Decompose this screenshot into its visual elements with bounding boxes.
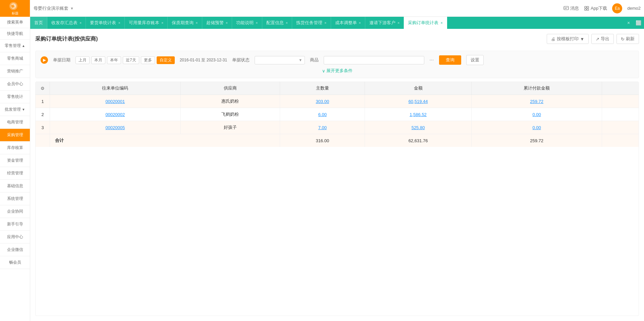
- paid-link[interactable]: 0.00: [532, 112, 541, 117]
- tab-home[interactable]: 首页: [30, 17, 47, 29]
- tab-close-icon[interactable]: ×: [161, 21, 163, 25]
- username-label[interactable]: demo2: [627, 6, 641, 11]
- tabbar: 首页 收发存汇总表 × 要货单统计表 × 可用量库存账本 × 保质期查询 × 超…: [30, 17, 644, 29]
- tab-close-icon[interactable]: ×: [286, 21, 288, 25]
- settings-button[interactable]: 设置: [466, 55, 484, 65]
- quantity-link[interactable]: 7.00: [318, 125, 327, 130]
- tab-close-icon[interactable]: ×: [397, 21, 399, 25]
- gear-icon[interactable]: ⚙: [41, 86, 45, 91]
- tab-invite-downstream[interactable]: 邀请下游客户 ×: [365, 17, 404, 29]
- sidebar-item-purchase[interactable]: 采购管理: [0, 129, 30, 142]
- goods-input[interactable]: [324, 56, 424, 64]
- refresh-button[interactable]: ↻ 刷新: [616, 34, 639, 44]
- sidebar-item-app-center[interactable]: 应用中心: [0, 231, 30, 244]
- tab-close-icon[interactable]: ×: [324, 21, 326, 25]
- sidebar-item-member[interactable]: 会员中心: [0, 78, 30, 91]
- content: 采购订单统计表(按供应商) 🖨 按模板打印 ▼ ↗ 导出 ↻ 刷新: [30, 29, 644, 321]
- amount-link[interactable]: 1,586.52: [410, 112, 427, 117]
- avatar-initials: Ea: [615, 6, 620, 11]
- more-options-icon[interactable]: ···: [429, 57, 434, 63]
- col-extra: [602, 82, 639, 95]
- tab-order-stats[interactable]: 要货单统计表 ×: [86, 17, 124, 29]
- tab-function-desc[interactable]: 功能说明 ×: [232, 17, 262, 29]
- row-extra: [602, 108, 639, 121]
- paid-link[interactable]: 259.72: [530, 99, 543, 104]
- export-button[interactable]: ↗ 导出: [591, 34, 614, 44]
- paid-link[interactable]: 0.00: [532, 125, 541, 130]
- sidebar-item-finance[interactable]: 资金管理: [0, 154, 30, 167]
- sidebar-item-newbie[interactable]: 新手引导: [0, 218, 30, 231]
- sidebar-item-retail-mgmt[interactable]: 零售管理 ▲: [0, 40, 30, 52]
- sidebar-item-label: 系统管理: [7, 196, 23, 202]
- quantity-link[interactable]: 303.00: [316, 99, 329, 104]
- tab-purchase-order-stats[interactable]: 采购订单统计表 ×: [404, 17, 447, 29]
- date-btn-this-year[interactable]: 本年: [107, 56, 121, 64]
- tab-close-icon[interactable]: ×: [79, 21, 82, 25]
- date-btn-more[interactable]: 更多: [141, 56, 155, 64]
- user-avatar[interactable]: Ea: [612, 3, 622, 13]
- tab-close-icon[interactable]: ×: [440, 21, 442, 25]
- quantity-link[interactable]: 6.00: [318, 112, 327, 117]
- sidebar-item-basic-info[interactable]: 基础信息: [0, 180, 30, 193]
- row-paid: 0.00: [471, 108, 602, 121]
- tab-close-icon[interactable]: ×: [256, 21, 258, 25]
- tab-inventory-ledger[interactable]: 可用量库存账本 ×: [125, 17, 168, 29]
- sidebar-item-label: 零售管理: [5, 43, 21, 49]
- code-link[interactable]: 00020005: [105, 125, 125, 130]
- sidebar-item-label: 快捷导航: [2, 31, 28, 37]
- col-settings: ⚙: [36, 82, 50, 95]
- tab-receivable-summary[interactable]: 收发存汇总表 ×: [47, 17, 86, 29]
- expand-filter-button[interactable]: ∨ 展开更多条件: [322, 68, 353, 74]
- sidebar-item-system[interactable]: 系统管理: [0, 193, 30, 205]
- sidebar-item-quick-nav[interactable]: 快捷导航: [0, 28, 30, 40]
- sidebar-item-operation[interactable]: 经营管理: [0, 167, 30, 180]
- tab-overstock-warning[interactable]: 超储预警 ×: [202, 17, 232, 29]
- sidebar-item-label: 库存核算: [7, 145, 23, 151]
- sidebar-item-retail-store[interactable]: 零售商城: [0, 52, 30, 65]
- sidebar-item-search[interactable]: 搜索英单: [0, 17, 30, 28]
- sidebar-item-wholesale[interactable]: 批发管理 ▼: [0, 103, 30, 116]
- sidebar-item-member2[interactable]: 畅会员: [0, 256, 30, 269]
- row-code: 00020002: [50, 108, 181, 121]
- printer-icon: 🖨: [551, 37, 555, 42]
- amount-link[interactable]: 60,519.44: [409, 99, 428, 104]
- maximize-button[interactable]: ⬜: [634, 19, 642, 27]
- tab-close-icon[interactable]: ×: [118, 21, 120, 25]
- sidebar-item-enterprise[interactable]: 企业协同: [0, 205, 30, 218]
- tab-config-info[interactable]: 配置信息 ×: [262, 17, 292, 29]
- tab-label: 超储预警: [206, 20, 224, 26]
- tab-close-icon[interactable]: ×: [196, 21, 198, 25]
- tab-close-icon[interactable]: ×: [226, 21, 228, 25]
- data-table-container: ⚙ 往来单位编码 供应商 主数量 金额 累计付款金额 1 00020001: [35, 82, 639, 316]
- tab-shelf-life[interactable]: 保质期查询 ×: [168, 17, 202, 29]
- date-btn-this-month[interactable]: 本月: [91, 56, 105, 64]
- page-header: 采购订单统计表(按供应商) 🖨 按模板打印 ▼ ↗ 导出 ↻ 刷新: [35, 34, 639, 44]
- template-print-button[interactable]: 🖨 按模板打印 ▼: [547, 34, 589, 44]
- status-select[interactable]: [255, 56, 305, 64]
- code-link[interactable]: 00020002: [105, 112, 125, 117]
- svg-rect-7: [587, 9, 589, 10]
- tab-cost-adjust[interactable]: 成本调整单 ×: [331, 17, 365, 29]
- sidebar-item-retail-stats[interactable]: 零售统计: [0, 91, 30, 103]
- filter-toggle-button[interactable]: ▶: [41, 56, 48, 64]
- close-tab-button[interactable]: ×: [625, 19, 633, 27]
- amount-link[interactable]: 525.80: [412, 125, 425, 130]
- sidebar-item-inventory[interactable]: 库存核算: [0, 142, 30, 154]
- app-download-button[interactable]: App下载: [584, 5, 607, 11]
- code-link[interactable]: 00020001: [105, 99, 125, 104]
- sidebar-item-label: 畅会员: [9, 260, 21, 265]
- date-btn-last-month[interactable]: 上月: [75, 56, 90, 64]
- tab-close-icon[interactable]: ×: [359, 21, 361, 25]
- footer-empty: [36, 134, 50, 147]
- query-button[interactable]: 查询: [439, 55, 461, 65]
- tab-picking-task[interactable]: 拣货任务管理 ×: [292, 17, 331, 29]
- topbar-dropdown-arrow[interactable]: ▼: [70, 6, 74, 10]
- sidebar: 畅 标题 搜索英单 快捷导航 零售管理 ▲ 零售商城 营销推广 会员中心 零售统…: [0, 0, 30, 321]
- message-button[interactable]: 消息: [564, 5, 579, 11]
- sidebar-item-marketing[interactable]: 营销推广: [0, 65, 30, 78]
- sidebar-item-enterprise-wechat[interactable]: 企业微信: [0, 244, 30, 256]
- table-row: 3 00020005 好孩子 7.00 525.80 0.00: [36, 121, 639, 134]
- sidebar-item-ecommerce[interactable]: 电商管理: [0, 116, 30, 129]
- date-btn-7days[interactable]: 近7天: [123, 56, 139, 64]
- custom-date-badge[interactable]: 自定义: [157, 56, 175, 64]
